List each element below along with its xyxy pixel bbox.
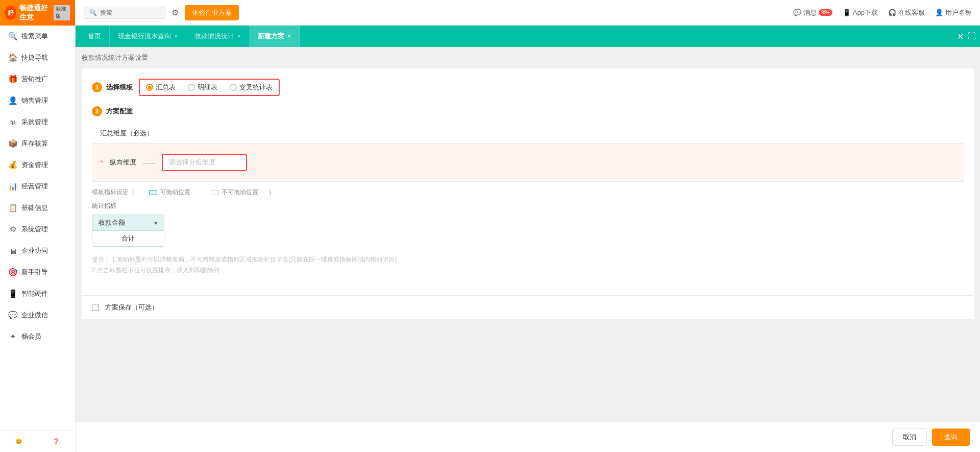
tab-bank-query-close[interactable]: × — [174, 33, 178, 40]
tab-bank-query[interactable]: 现金银行流水查询 × — [110, 26, 186, 47]
step1-number: 1 — [92, 82, 102, 92]
draggable-legend-label: 可拖动位置 — [160, 188, 190, 197]
industry-solution-button[interactable]: 体验行业方案 — [185, 5, 239, 20]
notification-label: 消息 — [803, 8, 817, 17]
main-area: 🔍 ⚙ 体验行业方案 💬 消息 99+ 📱 App下载 🎧 在线客服 👤 用户名… — [76, 0, 980, 452]
hardware-icon: 📱 — [8, 289, 17, 298]
tab-new-plan-close[interactable]: × — [287, 33, 291, 40]
metrics-header[interactable]: 收款金额 ▾ — [92, 215, 164, 231]
step1-title: 选择模板 — [106, 83, 133, 92]
sidebar-item-wechat[interactable]: 💬 企业微信 — [0, 304, 75, 326]
tab-home[interactable]: 首页 — [80, 26, 110, 47]
sidebar-item-inventory[interactable]: 📦 库存核算 — [0, 133, 75, 154]
vertical-dim-label: 纵向维度 — [110, 158, 136, 167]
sidebar-logo-text: 畅捷通好生意 — [19, 4, 54, 22]
sidebar-item-search[interactable]: 🔍 搜索菜单 — [0, 26, 75, 47]
content-area: 收款情况统计方案设置 1 选择模板 汇总表 明细表 — [76, 47, 980, 422]
sidebar-item-label: 企业协同 — [21, 246, 48, 255]
step1-section: 1 选择模板 汇总表 明细表 交叉统计表 — [92, 79, 964, 96]
sidebar-item-quick-nav[interactable]: 🏠 快捷导航 — [0, 47, 75, 68]
radio-cross[interactable]: 交叉统计表 — [230, 83, 273, 92]
sidebar-item-label: 资金管理 — [21, 160, 48, 170]
sidebar-item-marketing[interactable]: 🎁 营销推广 — [0, 68, 75, 90]
tabbar-controls: ✕ ⛶ — [957, 32, 976, 41]
user-profile-btn[interactable]: 👤 用户名称 — [935, 8, 972, 17]
step1-header: 1 选择模板 汇总表 明细表 交叉统计表 — [92, 79, 964, 96]
edition-badge: 标准版 — [54, 5, 70, 20]
radio-detail[interactable]: 明细表 — [188, 83, 217, 92]
sidebar-item-sales[interactable]: 👤 销售管理 — [0, 90, 75, 111]
tab-new-plan[interactable]: 新建方案 × — [250, 26, 300, 47]
sidebar-item-label: 库存核算 — [21, 139, 48, 148]
dimension-section-label: 汇总维度（必选） — [92, 124, 964, 144]
sidebar-item-label: 企业微信 — [21, 311, 48, 320]
arrow: —— — [142, 159, 156, 166]
radio-cross-circle — [230, 84, 237, 91]
vertical-dim-row: * 纵向维度 —— 请选择分组维度 — [100, 154, 955, 171]
system-icon: ⚙ — [8, 225, 17, 234]
sidebar-item-label: 智能硬件 — [21, 289, 48, 298]
tab-close-all-icon[interactable]: ✕ — [957, 32, 964, 41]
dimension-section: 汇总维度（必选） * 纵向维度 —— 请选择分组维度 — [92, 124, 964, 182]
tip2: 2.点击标题栏下拉可设置排序、插入列和删除列 — [92, 266, 964, 275]
sidebar-item-label: 系统管理 — [21, 225, 48, 234]
fixed-legend-label: 不可拖动位置 — [222, 188, 258, 197]
radio-summary-circle — [146, 84, 153, 91]
sidebar-item-label: 销售管理 — [21, 96, 48, 105]
radio-cross-label: 交叉统计表 — [239, 83, 273, 92]
sidebar-item-finance[interactable]: 💰 资金管理 — [0, 154, 75, 176]
dimension-selector[interactable]: 请选择分组维度 — [162, 154, 247, 171]
tab-fullscreen-icon[interactable]: ⛶ — [968, 32, 976, 41]
online-service-btn[interactable]: 🎧 在线客服 — [888, 8, 925, 17]
search-box[interactable]: 🔍 — [84, 7, 165, 19]
save-checkbox[interactable] — [92, 304, 99, 311]
sidebar-item-purchase[interactable]: 🛍 采购管理 — [0, 111, 75, 133]
sidebar-help-btn[interactable]: ❓ — [38, 435, 76, 448]
sidebar-item-member[interactable]: ✦ 畅会员 — [0, 326, 75, 347]
app-download-btn[interactable]: 📱 App下载 — [843, 8, 878, 17]
user-name: 用户名称 — [945, 8, 972, 17]
radio-summary[interactable]: 汇总表 — [146, 83, 176, 92]
fixed-legend-box — [211, 190, 219, 195]
tab-receipt-stats[interactable]: 收款情况统计 × — [186, 26, 250, 47]
sidebar-feedback-btn[interactable]: 😊 — [0, 435, 38, 448]
sidebar-item-label: 新手引导 — [21, 268, 48, 277]
sidebar-item-operations[interactable]: 📊 经营管理 — [0, 176, 75, 197]
operations-icon: 📊 — [8, 182, 17, 191]
metrics-chevron-icon[interactable]: ▾ — [154, 219, 158, 227]
radio-detail-circle — [188, 84, 195, 91]
step2-section: 2 方案配置 汇总维度（必选） * 纵向维度 —— 请选择分组维度 — [92, 106, 964, 275]
required-star: * — [100, 159, 103, 166]
step2-number: 2 — [92, 106, 102, 116]
notification-btn[interactable]: 💬 消息 99+ — [793, 8, 832, 17]
search-icon: 🔍 — [89, 9, 97, 16]
tab-receipt-stats-close[interactable]: × — [237, 33, 241, 40]
user-avatar: 👤 — [935, 9, 943, 16]
marketing-icon: 🎁 — [8, 75, 17, 84]
tab-bank-query-label: 现金银行流水查询 — [118, 32, 171, 41]
bottom-save-bar: 方案保存（可选） — [82, 295, 974, 319]
metrics-table: 收款金额 ▾ 合计 — [92, 215, 164, 247]
main-card: 1 选择模板 汇总表 明细表 交叉统计表 — [82, 68, 974, 295]
service-label: 在线客服 — [898, 8, 925, 17]
sidebar-item-label: 快捷导航 — [21, 53, 48, 62]
sales-icon: 👤 — [8, 96, 17, 105]
sidebar-item-label: 畅会员 — [21, 332, 41, 341]
metrics-header-label: 收款金额 — [99, 218, 125, 227]
query-button[interactable]: 查询 — [932, 429, 970, 446]
draggable-legend-box — [149, 190, 157, 195]
sidebar-item-label: 基础信息 — [21, 203, 48, 212]
enterprise-icon: 🖥 — [8, 246, 17, 255]
sidebar-item-system[interactable]: ⚙ 系统管理 — [0, 219, 75, 240]
search-input[interactable] — [100, 9, 151, 16]
topbar-right: 💬 消息 99+ 📱 App下载 🎧 在线客服 👤 用户名称 — [793, 8, 972, 17]
cancel-button[interactable]: 取消 — [892, 429, 927, 446]
breadcrumb: 收款情况统计方案设置 — [82, 53, 974, 62]
metrics-subrow: 合计 — [92, 231, 164, 246]
sidebar-item-base-info[interactable]: 📋 基础信息 — [0, 197, 75, 219]
sidebar-item-hardware[interactable]: 📱 智能硬件 — [0, 283, 75, 304]
sidebar-item-enterprise[interactable]: 🖥 企业协同 — [0, 240, 75, 261]
gear-icon[interactable]: ⚙ — [172, 8, 179, 17]
metrics-section-label: 统计指标 — [92, 202, 964, 210]
sidebar-item-guide[interactable]: 🎯 新手引导 — [0, 261, 75, 283]
